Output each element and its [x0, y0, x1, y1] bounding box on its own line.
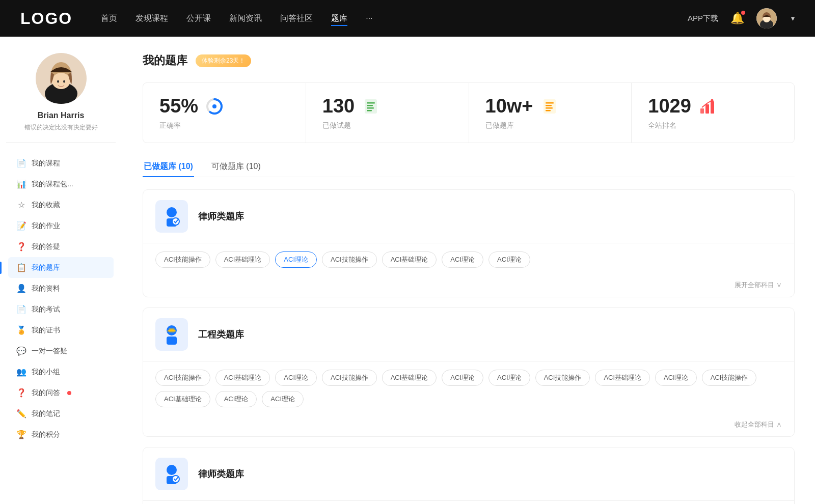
sidebar-item-label: 我的考试 [32, 305, 60, 314]
main-content: 我的题库 体验剩余23天！ 55% 正确率 [122, 37, 815, 504]
bank-card-footer: 收起全部科目 ∧ [143, 415, 794, 436]
sidebar-item-my-course[interactable]: 📄 我的课程 [8, 153, 114, 174]
user-avatar[interactable] [756, 8, 777, 29]
eng-tag-14[interactable]: ACI理论 [262, 391, 304, 407]
sidebar-item-my-qa[interactable]: ❓ 我的问答 [8, 382, 114, 403]
trial-badge: 体验剩余23天！ [196, 54, 251, 67]
tab-available-banks[interactable]: 可做题库 (10) [210, 157, 262, 177]
svg-rect-17 [367, 110, 372, 111]
eng-tag-7[interactable]: ACI理论 [488, 370, 530, 386]
tag-4[interactable]: ACI技能操作 [322, 251, 377, 268]
done-banks-icon [540, 97, 559, 116]
eng-tag-6[interactable]: ACI理论 [442, 370, 483, 386]
sidebar-motto: 错误的决定比没有决定要好 [14, 123, 108, 132]
page-header: 我的题库 体验剩余23天！ [143, 53, 795, 68]
notes-icon: ✏️ [16, 409, 26, 418]
sidebar-item-homework[interactable]: 📝 我的作业 [8, 215, 114, 236]
eng-tag-5[interactable]: ACI基础理论 [382, 370, 437, 386]
nav-qa[interactable]: 问答社区 [280, 11, 313, 26]
svg-rect-32 [169, 328, 175, 332]
sidebar-divider [6, 142, 116, 143]
sidebar-item-questionbank[interactable]: 📋 我的题库 [8, 257, 114, 278]
sidebar-menu: 📄 我的课程 📊 我的课程包... ☆ 我的收藏 📝 我的作业 ❓ 我的答疑 📋 [0, 153, 122, 445]
svg-point-26 [711, 99, 713, 101]
tag-7[interactable]: ACI理论 [488, 251, 530, 268]
nav-more[interactable]: ··· [366, 12, 372, 25]
sidebar-item-favorites[interactable]: ☆ 我的收藏 [8, 194, 114, 215]
lawyer2-icon [155, 458, 188, 490]
questions-icon: ❓ [16, 242, 26, 251]
sidebar-item-profile[interactable]: 👤 我的资料 [8, 278, 114, 299]
bank-card-header: 工程类题库 [143, 308, 794, 361]
my-qa-icon: ❓ [16, 388, 26, 398]
nav-opencourse[interactable]: 公开课 [186, 11, 211, 26]
svg-rect-19 [546, 102, 554, 104]
stat-done-banks: 10w+ 已做题库 [469, 83, 632, 143]
svg-point-12 [212, 104, 216, 108]
nav-home[interactable]: 首页 [101, 11, 117, 26]
site-rank-icon [698, 97, 717, 116]
stat-top: 1029 [648, 95, 778, 117]
sidebar-item-exam[interactable]: 📄 我的考试 [8, 299, 114, 320]
stat-done-questions: 130 已做试题 [306, 83, 469, 143]
eng-tag-13[interactable]: ACI理论 [215, 391, 257, 407]
svg-rect-20 [546, 105, 552, 106]
expand-button[interactable]: 展开全部科目 ∨ [735, 281, 782, 289]
sidebar-item-label: 我的答疑 [32, 242, 60, 251]
sidebar-item-course-package[interactable]: 📊 我的课程包... [8, 174, 114, 194]
homework-icon: 📝 [16, 221, 26, 231]
svg-rect-31 [167, 337, 177, 345]
svg-rect-22 [546, 110, 551, 111]
avatar-image [756, 8, 777, 29]
eng-tag-1[interactable]: ACI技能操作 [155, 370, 210, 386]
svg-rect-24 [705, 104, 709, 114]
eng-tag-11[interactable]: ACI技能操作 [702, 370, 757, 386]
sidebar-item-questions[interactable]: ❓ 我的答疑 [8, 236, 114, 257]
logo: LOGO [20, 9, 72, 28]
tabs: 已做题库 (10) 可做题库 (10) [143, 157, 795, 177]
tag-5[interactable]: ACI基础理论 [382, 251, 437, 268]
svg-rect-23 [700, 108, 704, 114]
stat-top: 55% [159, 95, 289, 117]
sidebar-item-points[interactable]: 🏆 我的积分 [8, 424, 114, 445]
tag-2[interactable]: ACI基础理论 [215, 251, 270, 268]
sidebar-item-certificate[interactable]: 🏅 我的证书 [8, 320, 114, 341]
collapse-button[interactable]: 收起全部科目 ∧ [735, 421, 782, 428]
sidebar-item-group[interactable]: 👥 我的小组 [8, 361, 114, 382]
user-menu-chevron[interactable]: ▾ [791, 14, 795, 22]
eng-tag-8[interactable]: ACI技能操作 [535, 370, 590, 386]
tutor-icon: 💬 [16, 346, 26, 356]
svg-rect-14 [367, 102, 375, 104]
notification-bell[interactable]: 🔔 [730, 12, 744, 25]
nav-questionbank[interactable]: 题库 [331, 11, 347, 26]
eng-tag-2[interactable]: ACI基础理论 [215, 370, 270, 386]
eng-tag-3[interactable]: ACI理论 [275, 370, 317, 386]
eng-tag-9[interactable]: ACI基础理论 [595, 370, 650, 386]
points-icon: 🏆 [16, 430, 26, 439]
bank-card-tags: ACI技能操作 ACI基础理论 ACI理论 ACI技能操作 ACI基础理论 AC… [143, 243, 794, 276]
stats-row: 55% 正确率 130 [143, 82, 795, 143]
stat-top: 10w+ [485, 95, 615, 117]
course-icon: 📄 [16, 158, 26, 168]
svg-rect-21 [546, 107, 553, 109]
qa-notification-dot [67, 391, 71, 395]
eng-tag-10[interactable]: ACI理论 [655, 370, 697, 386]
nav-discover[interactable]: 发现课程 [135, 11, 168, 26]
sidebar-avatar-image [36, 53, 87, 104]
tag-6[interactable]: ACI理论 [442, 251, 483, 268]
sidebar-item-notes[interactable]: ✏️ 我的笔记 [8, 403, 114, 424]
tag-3-active[interactable]: ACI理论 [275, 251, 317, 268]
nav-news[interactable]: 新闻资讯 [229, 11, 262, 26]
nav-links: 首页 发现课程 公开课 新闻资讯 问答社区 题库 ··· [101, 11, 372, 26]
bank-card-tags: ACI技能操作 ACI基础理论 ACI理论 ACI技能操作 ACI基础理论 AC… [143, 361, 794, 415]
eng-tag-4[interactable]: ACI技能操作 [322, 370, 377, 386]
tab-done-banks[interactable]: 已做题库 (10) [143, 157, 194, 177]
exam-icon: 📄 [16, 304, 26, 314]
sidebar-item-label: 我的积分 [32, 430, 60, 439]
questionbank-icon: 📋 [16, 263, 26, 272]
eng-tag-12[interactable]: ACI基础理论 [155, 391, 210, 407]
sidebar-item-tutor[interactable]: 💬 一对一答疑 [8, 341, 114, 361]
certificate-icon: 🏅 [16, 325, 26, 335]
app-download-button[interactable]: APP下载 [688, 14, 718, 23]
tag-1[interactable]: ACI技能操作 [155, 251, 210, 268]
